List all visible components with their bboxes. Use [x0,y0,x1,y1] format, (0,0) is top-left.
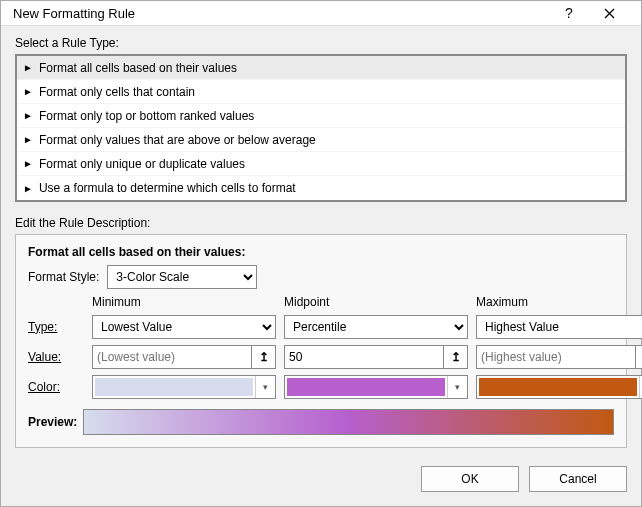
rule-type-item[interactable]: ►Format all cells based on their values [17,56,625,80]
titlebar: New Formatting Rule ? [1,1,641,26]
preview-bar [83,409,614,435]
rule-type-item[interactable]: ►Use a formula to determine which cells … [17,176,625,200]
range-select-icon[interactable]: ↥ [636,345,642,369]
ok-button[interactable]: OK [421,466,519,492]
rule-type-item[interactable]: ►Format only values that are above or be… [17,128,625,152]
dialog: New Formatting Rule ? Select a Rule Type… [0,0,642,507]
cancel-button[interactable]: Cancel [529,466,627,492]
arrow-icon: ► [23,158,33,169]
rule-type-text: Format all cells based on their values [39,61,237,75]
edit-description-label: Edit the Rule Description: [15,216,627,230]
range-select-icon[interactable]: ↥ [252,345,276,369]
type-min-select[interactable]: Lowest Value [92,315,276,339]
description-title: Format all cells based on their values: [28,245,614,259]
type-max-select[interactable]: Highest Value [476,315,642,339]
footer: OK Cancel [1,456,641,506]
close-button[interactable] [589,1,629,25]
format-style-label: Format Style: [28,270,99,284]
arrow-icon: ► [23,110,33,121]
type-mid-select[interactable]: Percentile [284,315,468,339]
close-icon [604,8,615,19]
range-select-icon[interactable]: ↥ [444,345,468,369]
rule-type-text: Format only values that are above or bel… [39,133,316,147]
dialog-title: New Formatting Rule [13,6,549,21]
color-row-label: Color: [28,380,84,394]
chevron-down-icon: ▾ [255,376,275,398]
rule-type-label: Select a Rule Type: [15,36,627,50]
color-max-picker[interactable]: ▾ [476,375,642,399]
description-box: Format all cells based on their values: … [15,234,627,448]
value-row-label: Value: [28,350,84,364]
type-row-label: Type: [28,320,84,334]
rule-type-item[interactable]: ►Format only top or bottom ranked values [17,104,625,128]
arrow-icon: ► [23,134,33,145]
chevron-down-icon: ▾ [447,376,467,398]
rule-type-text: Format only cells that contain [39,85,195,99]
color-mid-picker[interactable]: ▾ [284,375,468,399]
color-swatch [479,378,637,396]
arrow-icon: ► [23,62,33,73]
content: Select a Rule Type: ►Format all cells ba… [1,26,641,456]
rule-type-text: Format only unique or duplicate values [39,157,245,171]
scale-grid: Minimum Midpoint Maximum Type: Lowest Va… [28,295,614,399]
rule-type-item[interactable]: ►Format only unique or duplicate values [17,152,625,176]
help-button[interactable]: ? [549,1,589,25]
format-style-select[interactable]: 3-Color Scale [107,265,257,289]
rule-type-list[interactable]: ►Format all cells based on their values … [15,54,627,202]
col-header-min: Minimum [92,295,276,309]
color-swatch [95,378,253,396]
value-mid-input[interactable] [284,345,444,369]
color-min-picker[interactable]: ▾ [92,375,276,399]
value-max-input[interactable] [476,345,636,369]
col-header-mid: Midpoint [284,295,468,309]
rule-type-text: Use a formula to determine which cells t… [39,181,296,195]
arrow-icon: ► [23,183,33,194]
value-min-input[interactable] [92,345,252,369]
rule-type-item[interactable]: ►Format only cells that contain [17,80,625,104]
col-header-max: Maximum [476,295,642,309]
rule-type-text: Format only top or bottom ranked values [39,109,254,123]
preview-label: Preview: [28,415,77,429]
color-swatch [287,378,445,396]
arrow-icon: ► [23,86,33,97]
